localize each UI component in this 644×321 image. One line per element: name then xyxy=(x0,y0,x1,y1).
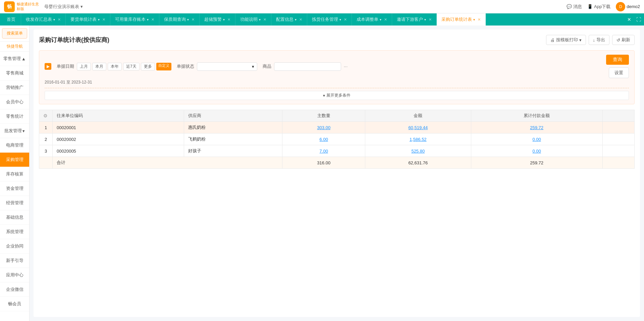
col-extra xyxy=(602,110,634,122)
footer-amount: 62,631.76 xyxy=(365,157,471,169)
tab-采购订单统计表[interactable]: 采购订单统计表 ▾ ✕ xyxy=(437,13,486,25)
date-filter-group: 单据日期 上月 本月 本年 近7天 更多 自定义 xyxy=(57,63,171,70)
tab-arrow-icon: ▾ xyxy=(187,18,189,21)
top-bar-left: 畅 畅捷通好生意 标版 母婴行业演示账表 ▾ xyxy=(4,1,86,12)
tab-保质期查询[interactable]: 保质期查询 ▾ ✕ xyxy=(159,13,200,25)
expand-more-button[interactable]: ▾ 展开更多条件 xyxy=(45,91,629,100)
tab-拣货任务管理[interactable]: 拣货任务管理 ▾ ✕ xyxy=(307,13,352,25)
export-button[interactable]: ↓ 导出 xyxy=(589,35,610,45)
tab-超储预警[interactable]: 超储预警 ▾ ✕ xyxy=(200,13,235,25)
message-button[interactable]: 💬 消息 xyxy=(567,4,582,10)
row-index: 2 xyxy=(39,133,53,145)
tab-要货单统计表[interactable]: 要货单统计表 ▾ ✕ xyxy=(66,13,110,25)
message-icon: 💬 xyxy=(567,4,572,9)
row-extra xyxy=(602,145,634,157)
sidebar-item-库存核算[interactable]: 库存核算 xyxy=(0,167,29,181)
shortcut-last-month[interactable]: 上月 xyxy=(77,63,91,70)
row-paid: 259.72 xyxy=(471,122,602,133)
nav-close-button[interactable]: ✕ xyxy=(625,15,633,23)
col-code: 往来单位编码 xyxy=(53,110,184,122)
tab-close-icon[interactable]: ✕ xyxy=(192,17,195,22)
setting-button[interactable]: 设置 xyxy=(609,67,629,78)
filter-toggle-button[interactable]: ▶ xyxy=(45,63,51,70)
tab-收发存汇总表[interactable]: 收发存汇总表 ▾ ✕ xyxy=(21,13,66,25)
sidebar-item-系统管理[interactable]: 系统管理 xyxy=(0,225,29,239)
tab-close-icon[interactable]: ✕ xyxy=(299,17,302,22)
refresh-icon: ↺ xyxy=(616,38,620,43)
shortcut-7days[interactable]: 近7天 xyxy=(123,63,140,70)
quick-nav-button[interactable]: 快捷导航 xyxy=(0,42,29,52)
sidebar-item-会员中心[interactable]: 会员中心 xyxy=(0,95,29,109)
tab-close-icon[interactable]: ✕ xyxy=(384,17,387,22)
row-supplier: 好孩子 xyxy=(184,145,282,157)
user-profile[interactable]: D demo2 xyxy=(616,2,640,11)
query-button[interactable]: 查询 xyxy=(606,55,629,65)
table-header-row: ⚙ 往来单位编码 供应商 主数量 金额 累计付款金额 xyxy=(39,110,635,122)
export-icon: ↓ xyxy=(593,38,595,43)
sidebar-item-基础信息[interactable]: 基础信息 xyxy=(0,210,29,225)
expand-icon: ▲ xyxy=(21,56,26,61)
sidebar-item-零售管理[interactable]: 零售管理 ▲ xyxy=(0,52,29,66)
sidebar-item-企业微信[interactable]: 企业微信 xyxy=(0,282,29,297)
data-table: ⚙ 往来单位编码 供应商 主数量 金额 累计付款金额 1 00020001 xyxy=(39,110,635,169)
goods-input[interactable] xyxy=(274,62,341,71)
shortcut-more[interactable]: 更多 xyxy=(141,63,155,70)
search-menu-button[interactable]: 搜索菜单 xyxy=(2,28,27,39)
row-extra xyxy=(602,133,634,145)
tab-close-icon[interactable]: ✕ xyxy=(151,17,154,22)
table-row: 3 00020005 好孩子 7.00 525.80 0.00 xyxy=(39,145,635,157)
sidebar-item-资金管理[interactable]: 资金管理 xyxy=(0,181,29,196)
print-icon: 🖨 xyxy=(550,38,555,43)
status-select[interactable]: ▾ xyxy=(197,62,257,71)
sidebar-item-采购管理[interactable]: 采购管理 xyxy=(0,153,29,167)
footer-paid: 259.72 xyxy=(471,157,602,169)
top-bar: 畅 畅捷通好生意 标版 母婴行业演示账表 ▾ 💬 消息 📱 App下载 D de… xyxy=(0,0,644,13)
filter-row: ▶ 单据日期 上月 本月 本年 近7天 更多 自定义 xyxy=(45,55,629,78)
sidebar-item-企业协同[interactable]: 企业协同 xyxy=(0,239,29,254)
tab-arrow-icon: ▾ xyxy=(295,18,297,21)
tab-close-icon[interactable]: ✕ xyxy=(58,17,61,22)
sidebar-item-零售商城[interactable]: 零售商城 xyxy=(0,66,29,81)
footer-empty1 xyxy=(39,157,53,169)
tab-close-icon[interactable]: ✕ xyxy=(227,17,230,22)
sidebar-item-畅会员[interactable]: 畅会员 xyxy=(0,297,29,311)
sidebar-item-应用中心[interactable]: 应用中心 xyxy=(0,268,29,282)
sidebar-item-零售统计[interactable]: 零售统计 xyxy=(0,109,29,124)
sidebar: 搜索菜单 快捷导航 零售管理 ▲ 零售商城 营销推广 会员中心 零售统计 批发管… xyxy=(0,25,30,321)
row-paid: 0.00 xyxy=(471,133,602,145)
tab-功能说明[interactable]: 功能说明 ▾ ✕ xyxy=(235,13,271,25)
sidebar-item-电商管理[interactable]: 电商管理 xyxy=(0,138,29,153)
shortcut-this-month[interactable]: 本月 xyxy=(92,63,106,70)
sidebar-item-经营管理[interactable]: 经营管理 xyxy=(0,196,29,210)
nav-expand-button[interactable]: ⛶ xyxy=(635,15,643,23)
sidebar-item-批发管理[interactable]: 批发管理 ▾ xyxy=(0,124,29,138)
sidebar-item-新手引导[interactable]: 新手引导 xyxy=(0,254,29,268)
tab-可用量库存账本[interactable]: 可用量库存账本 ▾ ✕ xyxy=(110,13,159,25)
expand-icon: ▾ xyxy=(22,128,25,133)
row-paid: 0.00 xyxy=(471,145,602,157)
row-code: 00020005 xyxy=(53,145,184,157)
shortcut-this-year[interactable]: 本年 xyxy=(108,63,122,70)
print-button[interactable]: 🖨 按模板打印 ▾ xyxy=(546,35,586,45)
refresh-button[interactable]: ↺ 刷新 xyxy=(612,35,635,45)
workspace-selector[interactable]: 母婴行业演示账表 ▾ xyxy=(42,2,86,11)
tab-close-icon[interactable]: ✕ xyxy=(102,17,105,22)
tab-配置信息[interactable]: 配置信息 ▾ ✕ xyxy=(271,13,307,25)
table-settings-icon[interactable]: ⚙ xyxy=(43,113,48,118)
tab-arrow-icon: ▾ xyxy=(53,18,55,21)
tab-close-icon[interactable]: ✕ xyxy=(429,17,432,22)
nav-tabs: 首页 收发存汇总表 ▾ ✕ 要货单统计表 ▾ ✕ 可用量库存账本 ▾ ✕ 保质期… xyxy=(0,13,644,25)
page-header: 采购订单统计表(按供应商) 🖨 按模板打印 ▾ ↓ 导出 ↺ 刷新 xyxy=(39,35,635,45)
tab-close-icon[interactable]: ✕ xyxy=(263,17,266,22)
tab-close-icon[interactable]: ✕ xyxy=(344,17,347,22)
col-paid: 累计付款金额 xyxy=(471,110,602,122)
goods-settings-icon[interactable]: ··· xyxy=(344,64,348,69)
app-download-button[interactable]: 📱 App下载 xyxy=(587,4,610,10)
tab-home[interactable]: 首页 xyxy=(1,13,21,25)
workspace-arrow-icon: ▾ xyxy=(80,4,83,9)
tab-邀请下游客户[interactable]: 邀请下游客户 ▾ ✕ xyxy=(392,13,437,25)
row-quantity: 6.00 xyxy=(282,133,365,145)
tab-成本调整单[interactable]: 成本调整单 ▾ ✕ xyxy=(352,13,392,25)
sidebar-item-营销推广[interactable]: 营销推广 xyxy=(0,81,29,95)
tab-close-icon[interactable]: ✕ xyxy=(478,17,481,22)
